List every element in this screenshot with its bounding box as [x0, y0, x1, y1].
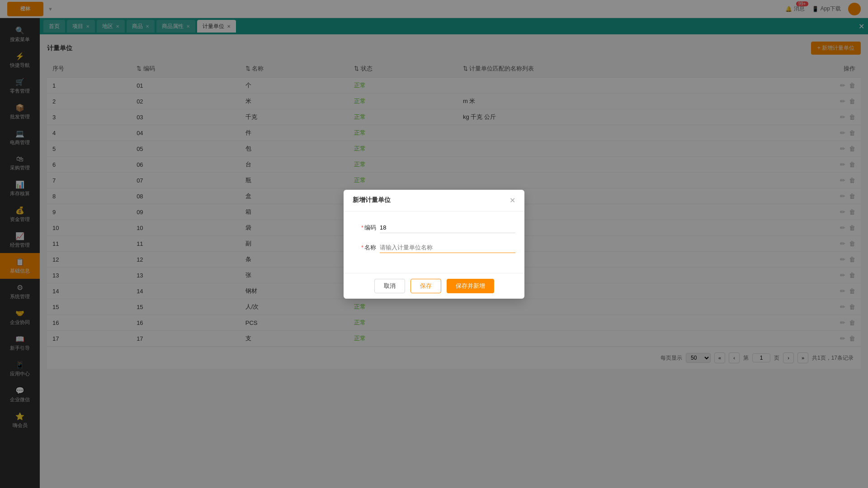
code-input[interactable] — [380, 222, 515, 233]
code-form-item: 编码 — [353, 222, 515, 233]
name-input[interactable] — [380, 242, 515, 253]
modal-footer: 取消 保存 保存并新增 — [344, 273, 524, 299]
save-and-new-button[interactable]: 保存并新增 — [447, 279, 494, 293]
cancel-button[interactable]: 取消 — [374, 279, 405, 293]
modal-title: 新增计量单位 — [353, 196, 391, 204]
code-label: 编码 — [353, 224, 380, 232]
name-label: 名称 — [353, 244, 380, 252]
modal-header: 新增计量单位 ✕ — [344, 190, 524, 211]
save-button[interactable]: 保存 — [410, 279, 441, 293]
modal-close-button[interactable]: ✕ — [509, 196, 515, 205]
modal-body: 编码 名称 — [344, 211, 524, 273]
add-unit-modal: 新增计量单位 ✕ 编码 名称 取消 保存 保存并新增 — [344, 190, 524, 299]
name-form-item: 名称 — [353, 242, 515, 253]
modal-overlay: 新增计量单位 ✕ 编码 名称 取消 保存 保存并新增 — [0, 0, 868, 488]
